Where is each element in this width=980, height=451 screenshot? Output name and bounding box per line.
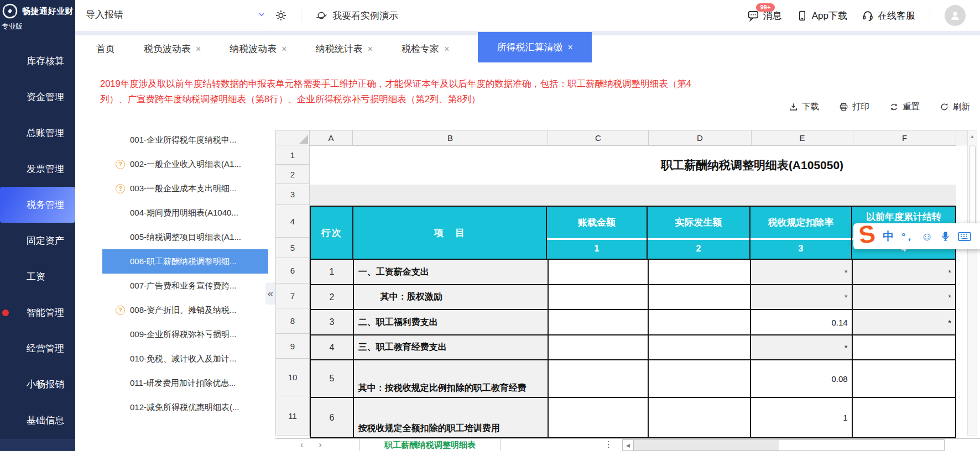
cell-amount-book[interactable] <box>549 398 649 437</box>
cell-row-no[interactable]: 3 <box>311 310 354 334</box>
ime-punctuation-toggle[interactable]: °， <box>901 230 913 243</box>
refresh-button[interactable]: 刷新 <box>940 101 970 113</box>
row-header[interactable]: 3 <box>275 184 310 205</box>
row-header[interactable]: 4 <box>275 205 310 238</box>
tab[interactable]: 税负波动表× <box>144 35 201 62</box>
cell-amount-actual[interactable] <box>649 360 751 397</box>
online-service-button[interactable]: 在线客服 <box>862 9 915 22</box>
reset-button[interactable]: 重置 <box>889 101 920 113</box>
help-icon[interactable]: ? <box>116 184 125 193</box>
cell-deduction-rate[interactable]: 0.08 <box>751 360 852 397</box>
column-header-filler[interactable] <box>956 130 967 145</box>
cell-deduction-rate[interactable]: * <box>751 335 852 359</box>
cell-item[interactable]: 一、工资薪金支出 <box>354 260 549 284</box>
cell-amount-book[interactable] <box>549 335 649 359</box>
sidebar-item[interactable]: 库存核算 <box>0 43 75 79</box>
sheet-prev-icon[interactable]: ‹ <box>300 440 303 450</box>
cell-amount-actual[interactable] <box>649 285 751 309</box>
tab-close-icon[interactable]: × <box>444 44 449 54</box>
horizontal-scrollbar-thumb[interactable] <box>634 440 779 450</box>
cell-deduction-rate[interactable]: 1 <box>751 398 852 437</box>
app-download-button[interactable]: App下载 <box>796 9 847 22</box>
cell-row-no[interactable]: 6 <box>311 398 354 437</box>
row-header[interactable]: 2 <box>275 165 310 184</box>
tab-close-icon[interactable]: × <box>282 44 286 54</box>
report-list-item[interactable]: 009-企业所得税弥补亏损明... <box>102 322 268 347</box>
report-list-item[interactable]: 010-免税、减计收入及加计... <box>102 347 268 371</box>
sidebar-item[interactable]: 发票管理 <box>0 151 75 187</box>
cell-row-no[interactable]: 4 <box>311 335 354 359</box>
sheet-more-icon[interactable]: ⋮ <box>604 439 613 449</box>
cell-amount-actual[interactable] <box>649 310 751 334</box>
sidebar-item[interactable]: 固定资产 <box>0 223 75 259</box>
cell-item[interactable]: 按税收规定全额扣除的职工培训费用 <box>354 398 549 437</box>
select-all-corner[interactable] <box>275 130 310 145</box>
row-header[interactable]: 5 <box>275 238 310 258</box>
cell-carryover[interactable]: * <box>853 285 955 309</box>
cell-deduction-rate[interactable]: * <box>751 260 852 284</box>
row-header[interactable]: 11 <box>275 396 310 436</box>
cell-carryover[interactable] <box>853 335 955 359</box>
download-button[interactable]: 下载 <box>789 101 819 113</box>
cell-carryover[interactable] <box>853 360 955 397</box>
tab[interactable]: 纳税波动表× <box>230 35 286 62</box>
tab[interactable]: 纳税统计表× <box>316 35 373 62</box>
report-list-item[interactable]: 001-企业所得税年度纳税申... <box>102 128 268 152</box>
sidebar-item[interactable]: 工资 <box>0 259 75 295</box>
cell-amount-book[interactable] <box>549 310 649 334</box>
ime-microphone-icon[interactable] <box>941 231 950 242</box>
tab[interactable]: 所得税汇算清缴× <box>478 32 591 62</box>
row-header[interactable]: 9 <box>275 334 310 359</box>
vertical-scrollbar[interactable]: ▲ <box>967 130 977 436</box>
tab-close-icon[interactable]: × <box>196 44 201 54</box>
print-button[interactable]: 打印 <box>839 101 869 113</box>
cell-item[interactable]: 其中：股权激励 <box>354 285 549 309</box>
report-list-item[interactable]: ?002-一般企业收入明细表(A1... <box>102 152 268 176</box>
cell-amount-book[interactable] <box>549 260 649 284</box>
report-list-item[interactable]: 005-纳税调整项目明细表(A1... <box>102 225 268 249</box>
sheet-next-icon[interactable]: › <box>319 440 321 450</box>
ime-logo-icon[interactable]: S <box>857 222 877 247</box>
report-list-item[interactable]: 012-减免所得税优惠明细表(... <box>102 395 268 419</box>
demo-link[interactable]: 我要看实例演示 <box>315 0 398 31</box>
report-list-item[interactable]: 007-广告费和业务宣传费跨... <box>102 274 268 298</box>
cell-row-no[interactable]: 5 <box>311 360 354 397</box>
cell-carryover[interactable]: * <box>853 310 955 334</box>
scroll-up-icon[interactable]: ▲ <box>968 130 977 143</box>
cell-row-no[interactable]: 1 <box>311 260 354 284</box>
gear-icon[interactable] <box>274 9 288 22</box>
column-header[interactable]: A <box>310 130 353 145</box>
help-icon[interactable]: ? <box>116 160 125 169</box>
cell-amount-book[interactable] <box>549 285 649 309</box>
tab-close-icon[interactable]: × <box>368 44 373 54</box>
row-header[interactable]: 8 <box>275 308 310 334</box>
cell-carryover[interactable] <box>853 398 955 437</box>
cell-item[interactable]: 二、职工福利费支出 <box>354 310 549 334</box>
sidebar-item[interactable]: 智能管理 <box>0 295 75 331</box>
messages-button[interactable]: 消息 99+ <box>747 9 782 22</box>
column-header[interactable]: F <box>853 130 956 145</box>
tab-close-icon[interactable]: × <box>567 43 572 53</box>
column-header[interactable]: C <box>548 130 649 145</box>
row-header[interactable]: 1 <box>275 145 310 165</box>
report-list-item[interactable]: 006-职工薪酬纳税调整明细... <box>102 249 268 274</box>
ime-language-toggle[interactable]: 中 <box>883 229 894 244</box>
cell-carryover[interactable]: * <box>853 260 955 284</box>
cell-item[interactable]: 三、职工教育经费支出 <box>354 335 549 359</box>
column-header[interactable]: E <box>752 130 853 145</box>
blank-row[interactable] <box>310 185 956 206</box>
scroll-left-icon[interactable]: ◀ <box>623 440 634 450</box>
column-header[interactable]: B <box>353 130 548 145</box>
cell-item[interactable]: 其中：按税收规定比例扣除的职工教育经费 <box>354 360 549 397</box>
cell-amount-book[interactable] <box>549 360 649 397</box>
cell-amount-actual[interactable] <box>649 260 751 284</box>
tab[interactable]: 首页 <box>96 35 115 62</box>
cell-deduction-rate[interactable]: 0.14 <box>751 310 852 334</box>
horizontal-scrollbar[interactable]: ◀ <box>622 439 945 451</box>
row-header[interactable]: 6 <box>275 258 310 284</box>
report-list-item[interactable]: ?003-一般企业成本支出明细... <box>102 176 268 201</box>
import-error-dropdown[interactable]: 导入报错 <box>86 0 267 29</box>
report-list-item[interactable]: 011-研发费用加计扣除优惠... <box>102 371 268 395</box>
cell-row-no[interactable]: 2 <box>311 285 354 309</box>
sidebar-item[interactable]: 经营管理 <box>0 331 75 366</box>
